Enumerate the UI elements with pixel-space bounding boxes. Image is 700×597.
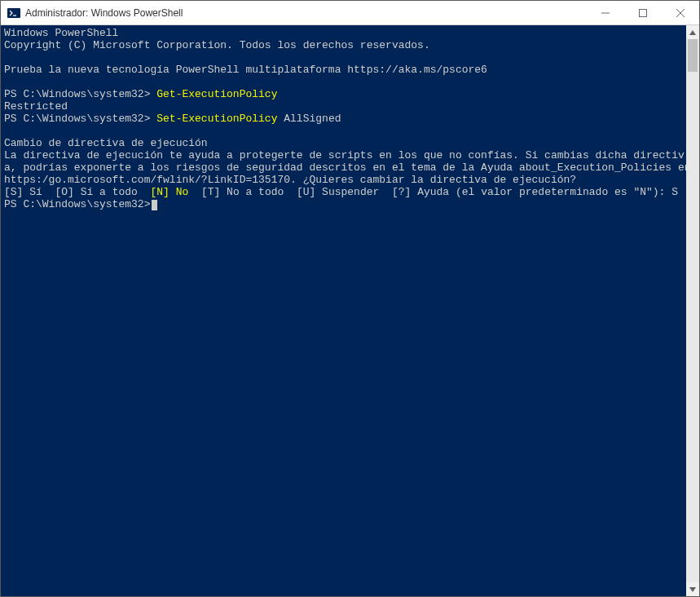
choice-option: [T] No a todo <box>201 186 297 198</box>
window-controls <box>587 1 699 24</box>
choice-default: [N] No <box>150 186 200 198</box>
cursor <box>152 200 157 210</box>
prompt-prefix: PS C:\Windows\system32> <box>4 88 156 100</box>
prompt-prefix: PS C:\Windows\system32> <box>4 198 150 210</box>
choice-option: [U] Suspender <box>297 186 392 198</box>
command-text: Set-ExecutionPolicy <box>156 113 277 125</box>
banner-line: Prueba la nueva tecnología PowerShell mu… <box>4 64 487 76</box>
powershell-icon <box>7 7 20 20</box>
close-button[interactable] <box>662 1 699 24</box>
choice-option: [S] Sí <box>4 186 55 198</box>
choice-option: [?] Ayuda (el valor predeterminado es "N… <box>392 186 671 198</box>
command-text: Get-ExecutionPolicy <box>156 88 277 100</box>
user-input: S <box>671 186 678 198</box>
maximize-button[interactable] <box>624 1 662 24</box>
titlebar[interactable]: Administrador: Windows PowerShell <box>1 1 699 25</box>
window-title: Administrador: Windows PowerShell <box>25 7 587 19</box>
svg-rect-0 <box>7 8 20 18</box>
policy-body: La directiva de ejecución te ayuda a pro… <box>4 149 697 186</box>
banner-line: Windows PowerShell <box>4 27 118 39</box>
choice-option: [O] Sí a todo <box>55 186 150 198</box>
scroll-track[interactable] <box>686 39 699 582</box>
command-arg: AllSigned <box>277 113 341 125</box>
scroll-down-arrow-icon[interactable] <box>686 582 699 596</box>
banner-line: Copyright (C) Microsoft Corporation. Tod… <box>4 39 430 51</box>
terminal-area[interactable]: Windows PowerShell Copyright (C) Microso… <box>1 25 699 596</box>
scroll-up-arrow-icon[interactable] <box>686 25 699 39</box>
terminal-output[interactable]: Windows PowerShell Copyright (C) Microso… <box>1 25 699 212</box>
vertical-scrollbar[interactable] <box>686 25 699 596</box>
policy-header: Cambio de directiva de ejecución <box>4 137 208 149</box>
powershell-window: Administrador: Windows PowerShell Window… <box>0 0 700 597</box>
svg-rect-3 <box>640 9 647 16</box>
minimize-button[interactable] <box>587 1 624 24</box>
output-line: Restricted <box>4 100 68 113</box>
prompt-prefix: PS C:\Windows\system32> <box>4 113 156 125</box>
scroll-thumb[interactable] <box>688 39 698 72</box>
